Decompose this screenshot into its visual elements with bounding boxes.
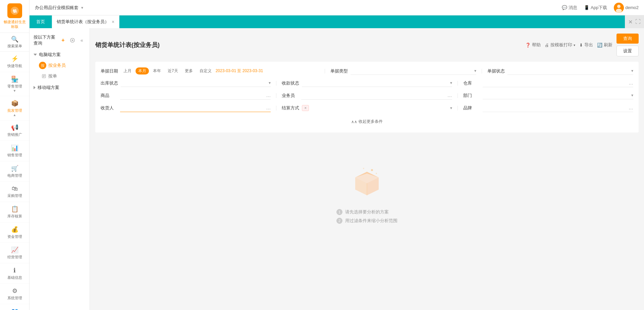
by-order-label: 按单: [48, 73, 57, 79]
panel-item-by-salesman[interactable]: 按 按业务员: [30, 60, 90, 71]
app-download-icon: 📱: [584, 5, 589, 10]
basic-info-icon: ℹ: [13, 267, 16, 274]
sidebar-item-marketing[interactable]: 📢 营销推广: [0, 120, 29, 141]
sidebar-item-sales[interactable]: 📊 销售管理: [0, 141, 29, 161]
sidebar-item-enterprise[interactable]: 👥 企业协同: [0, 304, 29, 310]
doctype-select[interactable]: ▾: [351, 67, 476, 75]
edit-scheme-btn[interactable]: [69, 37, 76, 44]
tab-close-btn[interactable]: ×: [112, 19, 114, 24]
empty-icon: [347, 163, 387, 204]
user-avatar: [614, 3, 624, 13]
filter-goods-item: 商品 …: [101, 91, 271, 100]
tab-bar-container: 首页 销货单统计表（按业务员） × ✕ ⛶: [30, 15, 644, 28]
tip-num-1: 1: [336, 209, 342, 215]
goods-dots[interactable]: …: [266, 93, 271, 98]
search-menu-label: 搜索菜单: [7, 44, 22, 49]
outstatus-select[interactable]: ▾: [121, 79, 271, 87]
salesman-input[interactable]: …: [301, 91, 452, 100]
app-download-action[interactable]: 📱 App下载: [584, 5, 607, 11]
window-controls: ✕ ⛶: [625, 15, 644, 28]
retail-label: 零售管理: [7, 84, 22, 89]
dept-select[interactable]: ▾: [483, 92, 633, 99]
page-title: 销货单统计表(按业务员): [95, 41, 160, 49]
user-menu[interactable]: demo2: [614, 3, 639, 13]
salesman-dots[interactable]: …: [447, 93, 452, 98]
enterprise-icon: 👥: [11, 308, 18, 310]
filter-docstatus-item: 单据状态 ▾: [487, 67, 633, 75]
7days-btn[interactable]: 近7天: [165, 67, 181, 74]
divider-7: [276, 106, 276, 110]
tab-active[interactable]: 销货单统计表（按业务员） ×: [52, 15, 119, 28]
consignee-label: 收货人: [101, 105, 117, 111]
sidebar-item-quick-nav[interactable]: ⚡ 快捷导航: [0, 52, 29, 72]
empty-tips: 1 请先选择要分析的方案 2 用过滤条件来缩小分析范围: [336, 209, 397, 224]
operations-icon: 📈: [11, 246, 18, 254]
collapse-icon: ∧∧: [351, 119, 357, 124]
username-label: demo2: [625, 5, 639, 10]
help-btn[interactable]: ❓ 帮助: [525, 42, 541, 48]
mobile-section-header[interactable]: 移动端方案: [30, 83, 90, 93]
collapse-row: ∧∧ 收起更多条件: [101, 116, 633, 127]
brand-dots[interactable]: …: [629, 105, 633, 110]
filter-salesman-item: 业务员 …: [282, 91, 452, 100]
print-btn[interactable]: 🖨 按模板打印 ▾: [545, 42, 575, 48]
search-menu[interactable]: 🔍 搜索菜单: [0, 33, 29, 52]
add-scheme-btn[interactable]: +: [59, 37, 67, 44]
divider-8: [458, 106, 458, 110]
last-month-btn[interactable]: 上月: [121, 67, 134, 74]
empty-tip-2-text: 用过滤条件来缩小分析范围: [345, 218, 397, 224]
brand-input[interactable]: …: [483, 104, 633, 112]
consignee-input[interactable]: …: [120, 104, 271, 112]
mobile-section-label: 移动端方案: [38, 85, 59, 91]
sidebar-item-retail[interactable]: 🏪 零售管理 ▼: [0, 72, 29, 96]
sidebar-item-operations[interactable]: 📈 经营管理: [0, 243, 29, 263]
warehouse-dots[interactable]: …: [629, 80, 633, 86]
panel-header-actions: + «: [59, 37, 86, 44]
empty-tip-1-text: 请先选择要分析的方案: [345, 209, 389, 215]
filter-consignee-item: 收货人 …: [101, 104, 271, 112]
this-year-btn[interactable]: 本年: [150, 67, 164, 74]
empty-tip-1: 1 请先选择要分析的方案: [336, 209, 397, 215]
refresh-btn[interactable]: 🔄 刷新: [597, 42, 612, 48]
more-btn[interactable]: 更多: [182, 67, 196, 74]
custom-btn[interactable]: 自定义: [197, 67, 214, 74]
quick-nav-icon: ⚡: [11, 55, 18, 62]
sidebar-item-inventory[interactable]: 📋 库存核算: [0, 202, 29, 222]
close-window-btn[interactable]: ✕: [628, 19, 633, 25]
query-btn[interactable]: 查询: [616, 34, 639, 44]
sidebar-item-wholesale[interactable]: 📦 批发管理 ▲: [0, 96, 29, 120]
export-icon: ⬇: [579, 43, 583, 48]
sidebar-item-finance[interactable]: 💰 资金管理: [0, 222, 29, 243]
this-month-btn[interactable]: 本月: [136, 67, 149, 74]
docstatus-select[interactable]: ▾: [507, 67, 633, 75]
sales-icon: 📊: [11, 144, 18, 152]
filter-collectstatus-item: 收款状态 ▾: [282, 79, 452, 87]
message-action[interactable]: 💬 消息: [562, 5, 577, 11]
settings-btn[interactable]: 设置: [616, 46, 639, 56]
goods-input[interactable]: …: [120, 91, 271, 100]
app-download-label: App下载: [591, 5, 607, 11]
home-tab-label: 首页: [36, 19, 45, 25]
divider-3: [276, 81, 276, 86]
consignee-dots[interactable]: …: [266, 105, 271, 110]
maximize-window-btn[interactable]: ⛶: [635, 19, 641, 25]
collectstatus-select[interactable]: ▾: [302, 79, 452, 87]
sidebar-item-system[interactable]: ⚙ 系统管理: [0, 284, 29, 304]
warehouse-label: 仓库: [463, 80, 480, 86]
sidebar-item-ecommerce[interactable]: 🛒 电商管理: [0, 161, 29, 182]
panel-sub-item-by-order[interactable]: 按单: [30, 71, 90, 81]
warehouse-input[interactable]: …: [483, 79, 633, 87]
page-header: 销货单统计表(按业务员) ❓ 帮助 🖨 按模板打印 ▾ ⬇ 导出: [95, 34, 639, 56]
sidebar-item-purchase[interactable]: 🛍 采购管理: [0, 182, 29, 202]
tab-home[interactable]: 首页: [30, 15, 52, 28]
desktop-section-header[interactable]: 电脑端方案: [30, 50, 90, 60]
tab-spacer: [119, 15, 625, 28]
collapse-btn[interactable]: ∧∧ 收起更多条件: [348, 116, 385, 127]
payment-tag-close[interactable]: ×: [304, 106, 307, 110]
workspace-dropdown-icon[interactable]: ▾: [81, 5, 83, 10]
sidebar-item-basic-info[interactable]: ℹ 基础信息: [0, 263, 29, 284]
tab-bar: 首页 销货单统计表（按业务员） × ✕ ⛶: [30, 15, 644, 28]
collapse-panel-btn[interactable]: «: [78, 37, 86, 44]
export-btn[interactable]: ⬇ 导出: [579, 42, 593, 48]
system-icon: ⚙: [12, 287, 17, 295]
